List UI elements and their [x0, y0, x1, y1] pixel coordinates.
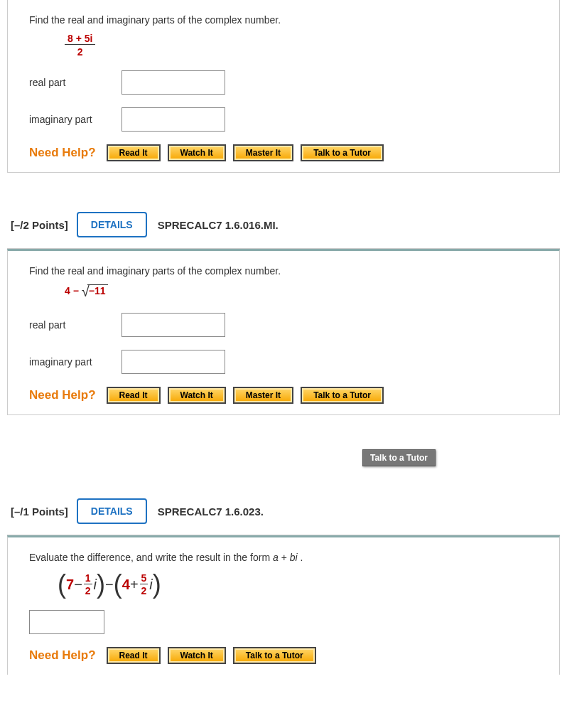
points-label: [–/2 Points]	[11, 219, 68, 231]
details-button[interactable]: DETAILS	[77, 212, 147, 237]
frac-num: 1	[84, 572, 92, 584]
watch-it-button[interactable]: Watch It	[168, 647, 226, 664]
master-it-button[interactable]: Master It	[233, 144, 293, 161]
need-help-label: Need Help?	[29, 388, 96, 402]
minus-sign: −	[74, 577, 82, 593]
frac-den: 2	[140, 584, 148, 596]
q2-expression: 4 − √−11	[65, 284, 545, 300]
expr-base: 4 −	[65, 285, 82, 296]
talk-to-tutor-button[interactable]: Talk to a Tutor	[301, 387, 384, 404]
fraction-denominator: 2	[65, 45, 95, 58]
answer-input[interactable]	[29, 610, 104, 634]
talk-to-tutor-button[interactable]: Talk to a Tutor	[301, 144, 384, 161]
real-part-label: real part	[29, 77, 122, 88]
radicand: −11	[87, 284, 109, 296]
imaginary-part-label: imaginary part	[29, 114, 122, 125]
question-ref: SPRECALC7 1.6.016.MI.	[158, 219, 279, 231]
fraction-numerator: 8 + 5i	[65, 33, 95, 45]
prompt-text-c: .	[300, 552, 303, 563]
paren-open-icon: (	[114, 572, 122, 597]
read-it-button[interactable]: Read It	[107, 144, 161, 161]
prompt-form: a + bi	[273, 552, 298, 563]
imaginary-part-input[interactable]	[122, 107, 225, 132]
term-4: 4	[122, 577, 130, 593]
q1-fraction: 8 + 5i 2	[65, 33, 95, 58]
paren-close-icon: )	[153, 572, 161, 597]
watch-it-button[interactable]: Watch It	[168, 144, 226, 161]
frac-den: 2	[84, 584, 92, 596]
read-it-button[interactable]: Read It	[107, 387, 161, 404]
real-part-input[interactable]	[122, 313, 225, 337]
minus-sign: −	[105, 577, 114, 593]
points-label: [–/1 Points]	[11, 505, 68, 518]
frac-num: 5	[140, 572, 148, 584]
real-part-input[interactable]	[122, 70, 225, 95]
need-help-label: Need Help?	[29, 146, 96, 160]
question-2-header: [–/2 Points] DETAILS SPRECALC7 1.6.016.M…	[7, 201, 560, 249]
paren-close-icon: )	[97, 572, 105, 597]
term-7: 7	[66, 577, 74, 593]
question-3-header: [–/1 Points] DETAILS SPRECALC7 1.6.023.	[7, 488, 560, 535]
need-help-label: Need Help?	[29, 648, 96, 663]
q2-prompt: Find the real and imaginary parts of the…	[29, 265, 545, 277]
imaginary-part-input[interactable]	[122, 350, 225, 374]
read-it-button[interactable]: Read It	[107, 647, 161, 664]
q1-prompt: Find the real and imaginary parts of the…	[29, 14, 545, 26]
master-it-button[interactable]: Master It	[233, 387, 293, 404]
paren-open-icon: (	[58, 572, 66, 597]
plus-sign: +	[130, 577, 139, 593]
prompt-text-a: Evaluate the difference, and write the r…	[29, 552, 273, 563]
q3-prompt: Evaluate the difference, and write the r…	[29, 552, 545, 563]
talk-to-tutor-button[interactable]: Talk to a Tutor	[233, 647, 316, 664]
tutor-tooltip: Talk to a Tutor	[362, 449, 436, 466]
watch-it-button[interactable]: Watch It	[168, 387, 226, 404]
question-1-box: Find the real and imaginary parts of the…	[7, 0, 560, 173]
details-button[interactable]: DETAILS	[77, 498, 147, 524]
imaginary-part-label: imaginary part	[29, 356, 122, 368]
q3-expression: ( 7 − 1 2 i ) − ( 4 + 5 2 i )	[58, 572, 545, 597]
question-3-box: Evaluate the difference, and write the r…	[7, 535, 560, 675]
question-2-box: Find the real and imaginary parts of the…	[7, 249, 560, 415]
question-ref: SPRECALC7 1.6.023.	[158, 505, 264, 518]
real-part-label: real part	[29, 319, 122, 331]
